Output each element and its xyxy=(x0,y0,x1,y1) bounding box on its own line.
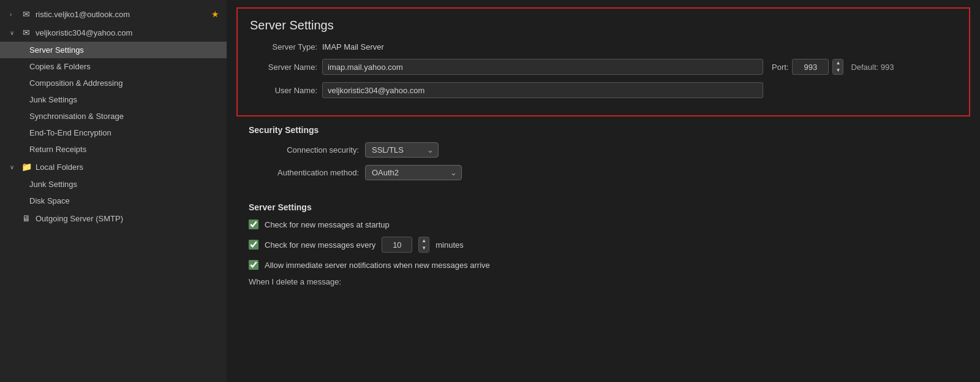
port-area: Port: ▲ ▼ Default: 993 xyxy=(772,59,894,75)
sidebar-item-end-to-end-encryption[interactable]: End-To-End Encryption xyxy=(0,124,227,141)
sidebar-item-server-settings[interactable]: Server Settings xyxy=(0,42,227,58)
user-name-label: User Name: xyxy=(250,86,317,95)
port-spinner: ▲ ▼ xyxy=(832,59,843,75)
sidebar-item-outgoing-server[interactable]: › 🖥 Outgoing Server (SMTP) xyxy=(0,209,227,227)
port-decrement-button[interactable]: ▼ xyxy=(833,67,843,74)
allow-notifications-label[interactable]: Allow immediate server notifications whe… xyxy=(265,261,490,270)
security-settings-heading: Security Settings xyxy=(249,125,958,135)
server-settings-panel: Server Settings Server Type: IMAP Mail S… xyxy=(236,7,970,117)
user-name-input[interactable] xyxy=(322,82,763,98)
security-settings-section: Security Settings Connection security: S… xyxy=(236,117,970,194)
allow-notifications-checkbox[interactable] xyxy=(249,260,258,270)
disk-space-label: Disk Space xyxy=(29,196,219,205)
return-receipts-label: Return Receipts xyxy=(29,145,219,154)
connection-security-wrapper: SSL/TLS STARTTLS None xyxy=(365,142,439,158)
outlook-account-label: ristic.veljko1@outlook.com xyxy=(36,10,208,19)
server-settings-section: Server Settings Check for new messages a… xyxy=(236,194,970,292)
sidebar-item-composition-addressing[interactable]: Composition & Addressing xyxy=(0,75,227,91)
check-every-row: Check for new messages every ▲ ▼ minutes xyxy=(249,237,958,253)
server-icon: 🖥 xyxy=(21,213,32,224)
sidebar: › ✉ ristic.veljko1@outlook.com ★ ∨ ✉ vel… xyxy=(0,0,227,382)
sidebar-item-synchronisation-storage[interactable]: Synchronisation & Storage xyxy=(0,108,227,124)
user-name-row: User Name: xyxy=(250,82,957,98)
sidebar-item-disk-space[interactable]: Disk Space xyxy=(0,193,227,209)
chevron-right-icon: › xyxy=(10,11,17,18)
sidebar-item-yahoo[interactable]: ∨ ✉ veljkoristic304@yahoo.com xyxy=(0,23,227,42)
sidebar-item-junk-settings[interactable]: Junk Settings xyxy=(0,91,227,108)
server-name-input[interactable] xyxy=(322,59,763,75)
panel-title: Server Settings xyxy=(250,18,957,32)
connection-security-label: Connection security: xyxy=(249,145,359,155)
star-icon: ★ xyxy=(211,9,219,19)
folder-icon: 📁 xyxy=(21,161,32,172)
email-icon: ✉ xyxy=(21,9,32,20)
check-startup-label[interactable]: Check for new messages at startup xyxy=(265,220,390,229)
server-name-label: Server Name: xyxy=(250,63,317,72)
server-type-value: IMAP Mail Server xyxy=(322,42,384,52)
email-icon: ✉ xyxy=(21,27,32,38)
server-name-row: Server Name: Port: ▲ ▼ Default: 993 xyxy=(250,59,957,75)
default-port-label: Default: 993 xyxy=(851,63,894,72)
when-delete-label: When I delete a message: xyxy=(249,277,958,286)
copies-folders-label: Copies & Folders xyxy=(29,62,219,71)
sidebar-item-local-folders[interactable]: ∨ 📁 Local Folders xyxy=(0,158,227,176)
server-settings-heading: Server Settings xyxy=(249,202,958,212)
sidebar-item-return-receipts[interactable]: Return Receipts xyxy=(0,141,227,158)
minutes-label: minutes xyxy=(435,240,464,250)
check-startup-row: Check for new messages at startup xyxy=(249,220,958,229)
connection-security-row: Connection security: SSL/TLS STARTTLS No… xyxy=(249,142,958,158)
local-folders-label: Local Folders xyxy=(36,162,219,172)
port-increment-button[interactable]: ▲ xyxy=(833,59,843,67)
main-content: Server Settings Server Type: IMAP Mail S… xyxy=(227,0,980,382)
check-every-input[interactable] xyxy=(382,237,412,253)
server-settings-label: Server Settings xyxy=(29,45,219,55)
check-every-checkbox[interactable] xyxy=(249,240,258,250)
server-type-row: Server Type: IMAP Mail Server xyxy=(250,42,957,52)
connection-security-select[interactable]: SSL/TLS STARTTLS None xyxy=(365,142,439,158)
sidebar-item-local-junk[interactable]: Junk Settings xyxy=(0,176,227,193)
composition-addressing-label: Composition & Addressing xyxy=(29,78,219,88)
synchronisation-storage-label: Synchronisation & Storage xyxy=(29,112,219,121)
sidebar-item-outlook[interactable]: › ✉ ristic.veljko1@outlook.com ★ xyxy=(0,5,227,23)
port-label: Port: xyxy=(772,63,788,72)
auth-method-row: Authentication method: OAuth2 Normal pas… xyxy=(249,165,958,180)
check-startup-checkbox[interactable] xyxy=(249,220,258,229)
auth-method-select[interactable]: OAuth2 Normal password Encrypted passwor… xyxy=(365,165,462,180)
auth-method-label: Authentication method: xyxy=(249,168,359,177)
minutes-spinner: ▲ ▼ xyxy=(418,237,429,253)
server-type-label: Server Type: xyxy=(250,42,317,52)
chevron-down-icon: ∨ xyxy=(10,164,17,170)
chevron-down-icon: ∨ xyxy=(10,29,17,36)
outgoing-server-label: Outgoing Server (SMTP) xyxy=(36,214,219,223)
end-to-end-encryption-label: End-To-End Encryption xyxy=(29,128,219,137)
minutes-increment-button[interactable]: ▲ xyxy=(419,237,429,245)
check-every-prefix-label[interactable]: Check for new messages every xyxy=(265,240,375,250)
yahoo-account-label: veljkoristic304@yahoo.com xyxy=(36,28,219,37)
port-input[interactable] xyxy=(792,59,829,75)
local-junk-label: Junk Settings xyxy=(29,180,219,189)
allow-notifications-row: Allow immediate server notifications whe… xyxy=(249,260,958,270)
auth-method-wrapper: OAuth2 Normal password Encrypted passwor… xyxy=(365,165,462,180)
minutes-decrement-button[interactable]: ▼ xyxy=(419,245,429,252)
sidebar-item-copies-folders[interactable]: Copies & Folders xyxy=(0,58,227,75)
junk-settings-label: Junk Settings xyxy=(29,95,219,104)
